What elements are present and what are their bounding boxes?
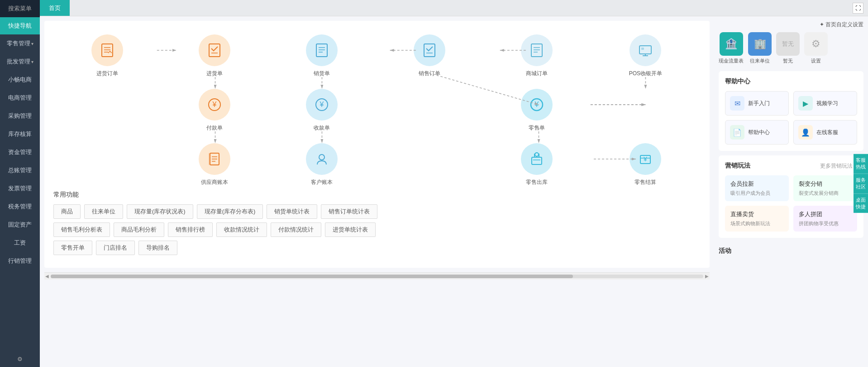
sidebar-item-inventory[interactable]: 库存核算 [0,125,40,143]
func-btn-store-rank[interactable]: 门店排名 [96,241,135,255]
sidebar-item-tax[interactable]: 税务管理 [0,198,40,216]
video-label: 视频学习 [816,100,838,107]
func-btn-sales-rank[interactable]: 销售排行榜 [168,222,213,237]
retail-label: 零售单 [529,124,545,132]
flow-node-purchase[interactable]: 进货单 [161,34,268,77]
expand-button[interactable]: ⛶ [853,3,863,14]
sidebar-item-purchase[interactable]: 采购管理 [0,107,40,125]
scroll-left-arrow[interactable]: ◀ [45,274,49,279]
flow-node-payment[interactable]: ¥ 付款单 [161,89,268,132]
func-btn-stock1[interactable]: 现存量(库存状况表) [127,204,193,219]
horizontal-scrollbar[interactable]: ◀ ▶ [44,272,710,280]
quick-nav-row: 🏦 现金流量表 🏢 往来单位 暂无 暂无 [719,32,863,64]
marketing-item-member[interactable]: 会员拉新 吸引用户成为会员 [725,175,789,201]
help-doc-icon: 📄 [730,125,744,140]
sidebar-item-finance[interactable]: 资金管理 [0,143,40,161]
sidebar-item-salary[interactable]: 工资 [0,234,40,252]
flow-node-receipt[interactable]: ¥ 收款单 [268,89,376,132]
marketing-box: 营销玩法 更多营销玩法 > 会员拉新 吸引用户成为会员 裂变分销 裂变式发展分销… [719,155,863,238]
more-marketing-link[interactable]: 更多营销玩法 > [820,162,857,170]
cashflow-icon-box: 🏦 [720,32,743,56]
func-btn-purchase-stat[interactable]: 进货单统计表 [325,222,376,237]
help-grid: ✉ 新手入门 ▶ 视频学习 📄 帮助中心 👤 在线客服 [725,91,857,145]
purchase-icon [199,34,230,66]
member-sub: 吸引用户成为会员 [730,190,783,197]
retail-settle-label: 零售结算 [634,179,656,186]
flow-container: 进货订单 进货单 销货单 [44,21,710,268]
marketing-item-live[interactable]: 直播卖货 场景式购物新玩法 [725,206,789,232]
supplier-book-icon [199,143,230,175]
svg-rect-32 [532,157,542,164]
sales-icon [306,34,338,66]
help-item-help[interactable]: 📄 帮助中心 [725,120,789,145]
sidebar-search[interactable]: 搜索菜单 [0,0,40,17]
func-btn-goods-profit[interactable]: 商品毛利分析 [114,222,164,237]
sidebar-item-invoice[interactable]: 发票管理 [0,179,40,198]
quick-nav-partner[interactable]: 🏢 往来单位 [748,32,772,64]
sidebar-item-ecom-small[interactable]: 小畅电商 [0,71,40,89]
func-btn-guide-rank[interactable]: 导购排名 [138,241,177,255]
retail-settle-icon: ¥ [630,143,661,175]
sidebar-item-retail[interactable]: 零售管理 ▾ [0,34,40,53]
float-btn-service[interactable]: 客服热线 [854,154,868,174]
help-item-service[interactable]: 👤 在线客服 [793,120,857,145]
flow-node-shop-order[interactable]: 商城订单 [483,34,591,77]
common-functions-title: 常用功能 [53,191,701,199]
svg-rect-6 [316,44,327,57]
scroll-track[interactable] [51,275,703,278]
func-btn-sales-order-stat[interactable]: 销售订单统计表 [321,204,377,219]
marketing-item-fission[interactable]: 裂变分销 裂变式发展分销商 [793,175,857,201]
func-btn-goods[interactable]: 商品 [53,204,81,219]
quick-nav-settings[interactable]: ⚙ 设置 [804,32,828,64]
help-item-beginner[interactable]: ✉ 新手入门 [725,91,789,116]
scroll-thumb [51,275,573,278]
flow-node-supplier-book[interactable]: 供应商账本 [161,143,268,186]
sidebar-item-ledger[interactable]: 总账管理 [0,161,40,179]
flow-node-pos[interactable]: POS收银开单 [591,34,701,77]
member-title: 会员拉新 [730,180,783,188]
help-item-video[interactable]: ▶ 视频学习 [793,91,857,116]
marketing-item-group[interactable]: 多人拼团 拼团购物享受优惠 [793,206,857,232]
customer-book-label: 客户账本 [311,179,333,186]
chevron-down-icon: ▾ [31,59,33,64]
quick-nav-empty[interactable]: 暂无 暂无 [776,32,800,64]
flow-node-retail[interactable]: ¥ 零售单 [483,89,591,132]
sidebar-item-assets[interactable]: 固定资产 [0,216,40,234]
quick-nav-cashflow[interactable]: 🏦 现金流量表 [719,32,744,64]
flow-node-retail-settle[interactable]: ¥ 零售结算 [591,143,701,186]
flow-node-retail-out[interactable]: 零售出库 [483,143,591,186]
settings-button[interactable]: ⚙ [0,351,40,367]
svg-rect-0 [102,44,113,57]
pos-icon [630,34,661,66]
partner-icon: 🏢 [754,38,766,50]
sidebar-item-wholesale[interactable]: 批发管理 ▾ [0,53,40,71]
live-sub: 场景式购物新玩法 [730,220,783,227]
float-btn-desktop[interactable]: 桌面快捷 [854,193,868,213]
func-btn-stock2[interactable]: 现存量(库存分布表) [197,204,263,219]
tab-home[interactable]: 首页 [40,0,70,16]
func-btn-retail-order[interactable]: 零售开单 [53,241,92,255]
svg-point-31 [319,155,324,160]
purchase-label: 进货单 [206,70,223,77]
func-btn-sales-profit[interactable]: 销售毛利分析表 [53,222,110,237]
customize-link[interactable]: ✦ 首页自定义设置 [719,21,863,29]
scroll-right-arrow[interactable]: ▶ [705,274,709,279]
activity-title: 活动 [719,242,863,257]
func-btn-sales-stat[interactable]: 销货单统计表 [267,204,317,219]
sidebar-item-marketing-mgmt[interactable]: 行销管理 [0,252,40,270]
shop-order-icon [521,34,553,66]
float-btn-community[interactable]: 服务社区 [854,174,868,194]
func-btn-receipt-stat[interactable]: 收款情况统计 [216,222,267,237]
settings-nav-label: 设置 [811,58,821,64]
gear-icon: ⚙ [17,356,23,362]
func-btn-payment-stat[interactable]: 付款情况统计 [271,222,321,237]
help-center-box: 帮助中心 ✉ 新手入门 ▶ 视频学习 📄 帮助中心 👤 [719,71,863,151]
service-icon: 👤 [798,125,813,140]
sidebar-item-ecom[interactable]: 电商管理 [0,89,40,107]
func-btn-partner[interactable]: 往来单位 [84,204,123,219]
flow-node-customer-book[interactable]: 客户账本 [268,143,376,186]
right-panel: ✦ 首页自定义设置 🏦 现金流量表 🏢 往来单位 暂无 [714,16,868,367]
flow-node-purchase-order[interactable]: 进货订单 [53,34,161,77]
flow-node-sales[interactable]: 销货单 [268,34,376,77]
flow-node-sales-order[interactable]: 销售订单 [376,34,483,77]
